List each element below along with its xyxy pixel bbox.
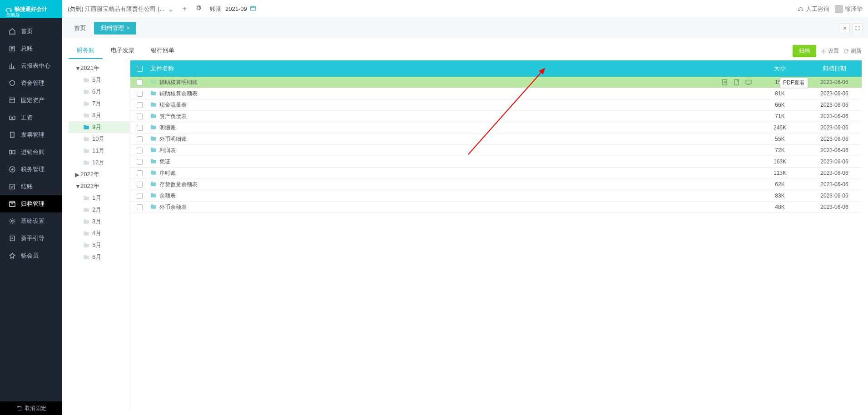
sidebar-item-member[interactable]: 畅会员 (0, 247, 62, 264)
tree-month[interactable]: 7月 (69, 98, 130, 109)
tree-month[interactable]: 4月 (69, 227, 130, 239)
company-selector[interactable]: (勿删) 江西服宝精品有限责任公司 (... (68, 5, 164, 13)
view-pdf-icon[interactable] (744, 78, 753, 86)
user-menu[interactable]: 徐泽华 (835, 5, 863, 13)
subtab-2[interactable]: 银行回单 (143, 43, 183, 59)
subtab-1[interactable]: 电子发票 (103, 43, 143, 59)
table-row[interactable]: 余额表83K2023-06-06 (130, 190, 862, 202)
tree-year-label: 2022年 (80, 170, 99, 178)
tree-month[interactable]: 10月 (69, 133, 130, 145)
table-row[interactable]: 序时账113K2023-06-06 (130, 168, 862, 179)
sidebar-item-funds[interactable]: 资金管理 (0, 74, 62, 92)
row-checkbox[interactable] (137, 125, 143, 131)
sidebar-item-home[interactable]: 首页 (0, 23, 62, 40)
close-all-tabs-button[interactable]: × (840, 23, 850, 33)
folder-icon (150, 113, 159, 120)
home-icon (8, 27, 16, 35)
caret-down-icon: ▼ (75, 183, 80, 190)
table-row[interactable]: 辅助核算余额表81K2023-06-06 (130, 88, 862, 99)
row-checkbox[interactable] (137, 148, 143, 153)
table-row[interactable]: 现金流量表66K2023-06-06 (130, 99, 862, 111)
tree-month[interactable]: 8月 (69, 109, 130, 121)
help-support[interactable]: 人工咨询 (798, 5, 829, 13)
tab-archive-label: 归档管理 (100, 24, 124, 32)
tree-month[interactable]: 5月 (69, 239, 130, 251)
sidebar-item-ledger[interactable]: 总账 (0, 40, 62, 57)
tree-month[interactable]: 1月 (69, 192, 130, 204)
tree-month[interactable]: 6月 (69, 251, 130, 263)
sidebar-item-label: 归档管理 (21, 200, 45, 208)
tax-icon (8, 165, 16, 173)
svg-rect-14 (746, 80, 751, 84)
row-checkbox[interactable] (137, 91, 143, 97)
table-row[interactable]: 明细账246K2023-06-06 (130, 122, 862, 133)
tree-month-label: 6月 (92, 253, 101, 261)
table-row[interactable]: 辅助核算明细账PDF查看16K2023-06-06 (130, 77, 862, 88)
file-size: 81K (753, 90, 807, 97)
file-date: 2023-06-06 (807, 124, 862, 131)
tree-month[interactable]: 6月 (69, 86, 130, 98)
row-checkbox[interactable] (137, 159, 143, 165)
tree-month[interactable]: 11月 (69, 145, 130, 157)
row-checkbox[interactable] (137, 136, 143, 142)
tree-month[interactable]: 5月 (69, 74, 130, 86)
settings-button[interactable]: 设置 (821, 47, 839, 55)
fullscreen-button[interactable] (853, 23, 863, 33)
download-pdf-icon[interactable] (733, 78, 741, 86)
file-name: 外币余额表 (159, 203, 187, 211)
table-row[interactable]: 外币余额表48K2023-06-06 (130, 202, 862, 213)
row-checkbox[interactable] (137, 114, 143, 119)
row-checkbox[interactable] (137, 193, 143, 199)
file-date: 2023-06-06 (807, 102, 862, 108)
sidebar-item-reports[interactable]: 云报表中心 (0, 57, 62, 74)
tree-year[interactable]: ▼2023年 (69, 180, 130, 192)
unpin-sidebar[interactable]: ⮌ 取消固定 (0, 401, 62, 415)
row-checkbox[interactable] (137, 204, 143, 210)
svg-rect-10 (251, 6, 256, 10)
row-checkbox[interactable] (137, 182, 143, 188)
sidebar-item-assets[interactable]: 固定资产 (0, 92, 62, 109)
sidebar-item-tax[interactable]: 税务管理 (0, 161, 62, 178)
row-checkbox[interactable] (137, 102, 143, 108)
assets-icon (8, 96, 16, 104)
calendar-icon[interactable] (250, 5, 256, 13)
sidebar-item-archive[interactable]: 归档管理 (0, 195, 62, 212)
select-all-checkbox[interactable] (137, 66, 143, 72)
row-checkbox[interactable] (137, 79, 143, 85)
sidebar-item-guide[interactable]: 新手引导 (0, 230, 62, 247)
row-checkbox[interactable] (137, 170, 143, 176)
table-row[interactable]: 利润表72K2023-06-06 (130, 145, 862, 156)
sidebar-item-settings[interactable]: 基础设置 (0, 212, 62, 230)
refresh-button[interactable]: 刷新 (843, 47, 862, 55)
tree-month[interactable]: 9月 (69, 121, 130, 133)
table-row[interactable]: 外币明细账55K2023-06-06 (130, 133, 862, 145)
tab-home[interactable]: 首页 (68, 22, 92, 35)
tree-month[interactable]: 12月 (69, 157, 130, 168)
archive-button[interactable]: 归档 (793, 45, 816, 57)
sidebar-item-invoice[interactable]: 发票管理 (0, 126, 62, 143)
folder-icon (83, 242, 89, 248)
table-row[interactable]: 存货数量余额表62K2023-06-06 (130, 179, 862, 190)
file-size: 246K (753, 124, 807, 131)
add-company-button[interactable]: ＋ (181, 4, 188, 14)
svg-rect-1 (10, 98, 15, 103)
company-settings-icon[interactable] (195, 5, 202, 13)
table-row[interactable]: 资产负债表71K2023-06-06 (130, 111, 862, 122)
chevron-down-icon[interactable]: ⌄ (168, 5, 174, 13)
tab-archive[interactable]: 归档管理 × (94, 22, 136, 35)
period-value[interactable]: 2021-09 (225, 5, 247, 12)
col-size: 大小 (753, 64, 807, 73)
folder-icon (150, 136, 159, 143)
sidebar-item-stock[interactable]: 进销台账 (0, 143, 62, 161)
sidebar-item-salary[interactable]: 工资 (0, 109, 62, 126)
tree-year[interactable]: ▼2021年 (69, 62, 130, 74)
sidebar-item-close[interactable]: 结账 (0, 178, 62, 195)
tree-month[interactable]: 3月 (69, 216, 130, 227)
file-name: 辅助核算余额表 (159, 90, 198, 98)
subtab-0[interactable]: 财务账 (69, 43, 103, 59)
table-row[interactable]: 凭证163K2023-06-06 (130, 156, 862, 168)
tree-year[interactable]: ▶2022年 (69, 168, 130, 180)
download-excel-icon[interactable] (721, 78, 729, 86)
close-tab-icon[interactable]: × (127, 25, 130, 31)
tree-month[interactable]: 2月 (69, 204, 130, 216)
